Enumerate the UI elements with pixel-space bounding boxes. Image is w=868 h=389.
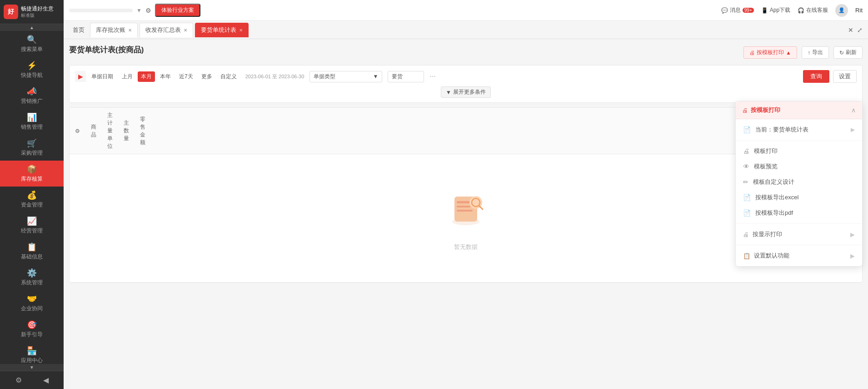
dropdown-template-design[interactable]: ✏ 模板自定义设计: [736, 174, 862, 190]
download-icon: 📱: [761, 7, 768, 14]
current-template-icon: 📄: [743, 126, 751, 133]
topbar-search[interactable]: [69, 9, 133, 12]
sidebar-item-marketing[interactable]: 📣 营销推广: [0, 83, 64, 109]
query-button[interactable]: 查询: [803, 70, 829, 83]
dropdown-template-print[interactable]: 🖨 模板打印: [736, 143, 862, 159]
current-arrow-icon: ▶: [851, 126, 855, 133]
sidebar-item-basic[interactable]: 📋 基础信息: [0, 238, 64, 264]
topbar-nav-arrow[interactable]: ▼: [136, 7, 142, 14]
print-template-btn[interactable]: 🖨 按模板打印 ▲: [743, 46, 797, 59]
messages-btn[interactable]: 💬 消息 99+: [721, 6, 754, 14]
marketing-icon: 📣: [27, 86, 37, 96]
template-preview-icon: 👁: [743, 163, 749, 170]
table-col-settings[interactable]: ⚙: [70, 108, 85, 154]
topbar-gear-icon[interactable]: ⚙: [145, 7, 151, 14]
settings-button[interactable]: 设置: [833, 70, 857, 83]
refresh-icon: ↻: [839, 50, 844, 56]
topbar-right: 💬 消息 99+ 📱 App下载 🎧 在线客服 👤 Rit: [721, 4, 863, 17]
default-func-arrow: ▶: [850, 253, 855, 259]
sidebar-scroll-up[interactable]: ▲: [0, 24, 64, 31]
filter-expand-icon[interactable]: ▶: [75, 71, 86, 82]
more-options-icon[interactable]: ···: [429, 72, 435, 81]
date-range: 2023-06-01 至 2023-06-30: [245, 73, 304, 80]
date-last7days[interactable]: 近7天: [176, 71, 196, 82]
sidebar-item-purchase[interactable]: 🛒 采购管理: [0, 135, 64, 161]
date-current-month[interactable]: 本月: [138, 71, 155, 82]
date-label: 单据日期: [91, 73, 113, 81]
sidebar-item-quicknav[interactable]: ⚡ 快捷导航: [0, 57, 64, 83]
tab-close-receipt[interactable]: ✕: [184, 28, 187, 33]
sales-icon: 📊: [27, 112, 37, 122]
expand-more-btn[interactable]: ▼ 展开更多条件: [441, 86, 491, 98]
logo-icon: 好: [4, 5, 18, 19]
sidebar-item-guide[interactable]: 🎯 新手引导: [0, 316, 64, 342]
search-icon: 🔍: [27, 35, 37, 45]
date-custom[interactable]: 自定义: [217, 71, 240, 82]
trial-button[interactable]: 体验行业方案: [155, 4, 200, 17]
table-col-amount: 零售金额: [135, 108, 151, 154]
filter-actions: 查询 设置: [803, 70, 857, 83]
sidebar-item-system[interactable]: ⚙️ 系统管理: [0, 264, 64, 290]
tab-batch-account[interactable]: 库存批次账 ✕: [90, 23, 138, 37]
inventory-icon: 📦: [27, 164, 37, 174]
dropdown-template-preview[interactable]: 👁 模板预览: [736, 159, 862, 174]
dropdown-header: 🖨 按模板打印 ∧: [736, 101, 862, 119]
sidebar-nav: 🔍 搜索菜单 ⚡ 快捷导航 📣 营销推广 📊 销售管理 🛒 采购管理 📦 库存核…: [0, 31, 64, 364]
sidebar-item-sales[interactable]: 📊 销售管理: [0, 109, 64, 135]
tabbar: 首页 库存批次账 ✕ 收发存汇总表 ✕ 要货单统计表 ✕ ✕ ⤢: [64, 21, 868, 39]
date-current-year[interactable]: 本年: [157, 71, 174, 82]
sidebar-item-collab[interactable]: 🤝 企业协同: [0, 290, 64, 316]
dropdown-printer-icon: 🖨: [742, 107, 748, 114]
tab-order-stats[interactable]: 要货单统计表 ✕: [195, 23, 249, 37]
dropdown-display-section: 🖨 按显示打印 ▶: [736, 224, 862, 245]
main-area: ▼ ⚙ 体验行业方案 💬 消息 99+ 📱 App下载 🎧 在线客服 👤 Rit: [64, 0, 868, 389]
sidebar-item-appstore[interactable]: 🏪 应用中心: [0, 342, 64, 364]
online-service-btn[interactable]: 🎧 在线客服: [798, 6, 828, 14]
close-window-btn[interactable]: ✕: [848, 26, 853, 34]
dropdown-default-func[interactable]: 📋 设置默认功能 ▶: [736, 248, 862, 263]
dropdown-template-excel[interactable]: 📄 按模板导出excel: [736, 190, 862, 205]
window-controls: ✕ ⤢: [848, 26, 863, 34]
app-download-btn[interactable]: 📱 App下载: [761, 6, 790, 14]
tab-home[interactable]: 首页: [69, 23, 88, 37]
sidebar-bottom: ⚙ ◀: [0, 371, 64, 389]
basic-icon: 📋: [27, 242, 37, 252]
sidebar-scroll-down[interactable]: ▼: [0, 364, 64, 371]
dropdown-close-btn[interactable]: ∧: [851, 106, 856, 114]
printer-icon: 🖨: [749, 50, 755, 56]
order-type-select[interactable]: 单据类型 ▼: [309, 71, 382, 82]
date-prev-month[interactable]: 上月: [119, 71, 136, 82]
empty-text: 暂无数据: [454, 243, 478, 251]
template-excel-icon: 📄: [743, 194, 751, 201]
dropdown-default-section: 📋 设置默认功能 ▶: [736, 245, 862, 266]
sidebar-collapse-icon[interactable]: ◀: [43, 376, 49, 384]
tab-close-batch[interactable]: ✕: [128, 28, 132, 33]
maximize-window-btn[interactable]: ⤢: [857, 26, 863, 34]
sidebar-item-inventory[interactable]: 📦 库存核算: [0, 161, 64, 187]
refresh-btn[interactable]: ↻ 刷新: [833, 46, 863, 59]
filter-row: ▶ 单据日期 上月 本月 本年 近7天 更多 自定义 2023-06-01 至 …: [75, 70, 857, 83]
sidebar-item-operations[interactable]: 📈 经营管理: [0, 212, 64, 238]
svg-rect-3: [457, 206, 470, 207]
guide-icon: 🎯: [27, 320, 37, 330]
order-status-select[interactable]: 要货: [388, 71, 424, 82]
sidebar-settings-icon[interactable]: ⚙: [15, 376, 22, 384]
sidebar-item-search[interactable]: 🔍 搜索菜单: [0, 31, 64, 57]
quicknav-icon: ⚡: [27, 61, 37, 71]
template-pdf-icon: 📄: [743, 209, 751, 217]
collab-icon: 🤝: [27, 294, 37, 304]
dropdown-current-label: 当前：要货单统计表: [755, 126, 846, 134]
table-settings-icon[interactable]: ⚙: [75, 128, 80, 134]
system-icon: ⚙️: [27, 268, 37, 278]
sidebar-item-finance[interactable]: 💰 资金管理: [0, 187, 64, 212]
operations-icon: 📈: [27, 216, 37, 226]
dropdown-current-item[interactable]: 📄 当前：要货单统计表 ▶: [736, 122, 862, 137]
user-avatar[interactable]: 👤: [835, 4, 848, 17]
date-more[interactable]: 更多: [198, 71, 215, 82]
dropdown-display-print[interactable]: 🖨 按显示打印 ▶: [736, 227, 862, 242]
dropdown-template-pdf[interactable]: 📄 按模板导出pdf: [736, 205, 862, 221]
tab-receipt-summary[interactable]: 收发存汇总表 ✕: [140, 23, 193, 37]
tab-close-order[interactable]: ✕: [239, 28, 243, 33]
export-btn[interactable]: ↑ 导出: [802, 46, 829, 59]
display-print-arrow: ▶: [850, 231, 855, 238]
